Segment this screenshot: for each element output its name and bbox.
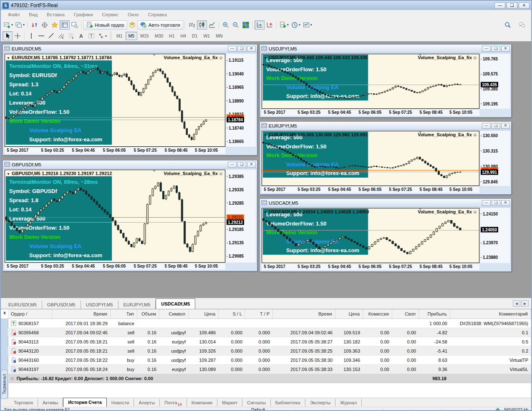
new-order-button[interactable]: Новый ордер bbox=[83, 20, 127, 30]
terminal-tab-4[interactable]: Алерты bbox=[134, 399, 160, 406]
vertical-line-button[interactable] bbox=[26, 31, 36, 40]
timeframe-h1-button[interactable]: H1 bbox=[166, 32, 177, 40]
chart-plot-usdjpy[interactable]: Leverage: 500VolumeOrderFlow: 1.50Work D… bbox=[262, 54, 479, 109]
chart-plot-usdcad[interactable]: Leverage: 500VolumeOrderFlow: 1.50Work D… bbox=[262, 208, 479, 263]
data-window-button[interactable] bbox=[40, 20, 50, 30]
window-restore-button[interactable]: ❏ bbox=[507, 3, 517, 9]
dropdown-arrow-icon[interactable]: ▾ bbox=[287, 23, 289, 27]
chart-minimize-button[interactable]: — bbox=[228, 162, 237, 168]
column-header-10[interactable]: Комиссия bbox=[363, 309, 392, 318]
table-row[interactable]: 904431602017.09.05 05:18:22buy0.16usdjpy… bbox=[8, 356, 531, 365]
terminal-tab-6[interactable]: Компания bbox=[187, 399, 217, 406]
periods-button[interactable]: ▾ bbox=[290, 20, 302, 30]
zoom-out-button[interactable] bbox=[231, 20, 241, 30]
chart-close-button[interactable]: ✕ bbox=[501, 46, 510, 52]
terminal-tab-2[interactable]: История Счета bbox=[63, 398, 107, 407]
terminal-tab-0[interactable]: Торговля bbox=[9, 399, 38, 406]
chart-tab-usdcadf[interactable]: USDCADf,M5 bbox=[156, 298, 195, 309]
indicators-button[interactable]: ▾ bbox=[278, 20, 290, 30]
window-titlebar[interactable]: 5 479102: FortFS-Real — ❏ ✕ bbox=[1, 1, 531, 10]
terminal-tab-8[interactable]: Сигналы bbox=[242, 399, 271, 406]
terminal-panel-button[interactable] bbox=[60, 20, 70, 30]
text-label-button[interactable]: T bbox=[86, 31, 96, 40]
dropdown-triangle-icon[interactable]: ▼ bbox=[7, 56, 10, 60]
dropdown-triangle-icon[interactable]: ▼ bbox=[7, 172, 10, 176]
timeframe-m30-button[interactable]: M30 bbox=[152, 32, 166, 40]
window-close-button[interactable]: ✕ bbox=[519, 3, 529, 9]
column-header-6[interactable]: S / L bbox=[219, 309, 245, 318]
timeframe-h4-button[interactable]: H4 bbox=[178, 32, 189, 40]
chart-tab-eurjpyf[interactable]: EURJPYf,M5 bbox=[119, 301, 156, 309]
metaeditor-button[interactable] bbox=[127, 20, 137, 30]
chart-minimize-button[interactable]: — bbox=[482, 46, 491, 52]
column-header-1[interactable]: Время bbox=[52, 309, 111, 318]
menu-item-4[interactable]: Сервис bbox=[98, 11, 123, 18]
table-row[interactable]: 904431972017.09.05 05:18:24buy0.16eurjpy… bbox=[8, 365, 531, 374]
chart-minimize-button[interactable]: — bbox=[482, 200, 491, 206]
menu-item-0[interactable]: Файл bbox=[3, 11, 24, 18]
menu-item-6[interactable]: Справка bbox=[144, 11, 171, 18]
fibonacci-button[interactable]: F bbox=[66, 31, 76, 40]
column-header-12[interactable]: Прибыль bbox=[419, 309, 450, 318]
chart-tab-gbpusdf[interactable]: GBPUSDf,M5 bbox=[42, 301, 81, 309]
terminal-tab-3[interactable]: Новости bbox=[107, 399, 134, 406]
chart-titlebar-eurjpy[interactable]: EURJPYf,M5—❏✕ bbox=[260, 122, 511, 130]
menu-item-2[interactable]: Вставка bbox=[42, 11, 69, 18]
chart-close-button[interactable]: ✕ bbox=[501, 123, 510, 129]
column-header-4[interactable]: Символ bbox=[159, 309, 189, 318]
dropdown-arrow-icon[interactable]: ▾ bbox=[310, 23, 312, 27]
chart-candles-button[interactable] bbox=[197, 20, 207, 30]
chart-restore-button[interactable]: ❏ bbox=[237, 162, 246, 168]
chart-tab-usdjpyf[interactable]: USDJPYf,M5 bbox=[81, 301, 119, 309]
timeframe-m5-button[interactable]: M5 bbox=[126, 32, 138, 40]
dropdown-arrow-icon[interactable]: ▾ bbox=[23, 23, 25, 27]
chart-bars-button[interactable] bbox=[187, 20, 197, 30]
new-chart-button[interactable]: ▾ bbox=[3, 20, 14, 30]
column-header-7[interactable]: T / P bbox=[245, 309, 273, 318]
terminal-tab-1[interactable]: Активы bbox=[38, 399, 63, 406]
chart-titlebar-gbpusd[interactable]: GBPUSDf,M5—❏✕ bbox=[3, 160, 257, 169]
text-button[interactable]: A bbox=[76, 31, 86, 40]
chart-close-button[interactable]: ✕ bbox=[501, 200, 510, 206]
horizontal-line-button[interactable] bbox=[36, 31, 46, 40]
tab-scroll-right-button[interactable]: ▶ bbox=[521, 300, 529, 307]
chart-restore-button[interactable]: ❏ bbox=[492, 46, 500, 52]
timeframe-w1-button[interactable]: W1 bbox=[200, 32, 213, 40]
chart-tab-eurusdf[interactable]: EURUSDf,M5 bbox=[3, 301, 42, 309]
chart-titlebar-usdcad[interactable]: USDCADf,M5—❏✕ bbox=[260, 199, 511, 207]
zoom-in-button[interactable] bbox=[221, 20, 231, 30]
crosshair-button[interactable] bbox=[13, 31, 23, 40]
chart-restore-button[interactable]: ❏ bbox=[492, 200, 500, 206]
chart-restore-button[interactable]: ❏ bbox=[237, 46, 246, 52]
auto-scroll-button[interactable] bbox=[255, 20, 265, 30]
column-header-5[interactable]: Цена bbox=[189, 309, 219, 318]
templates-button[interactable]: ▾ bbox=[302, 20, 313, 30]
column-header-0[interactable]: Ордер / bbox=[8, 309, 52, 318]
column-header-8[interactable]: Время bbox=[273, 309, 335, 318]
table-row[interactable]: 904431132017.09.05 05:18:21sell0.16eurjp… bbox=[8, 337, 531, 346]
table-row[interactable]: 903681572017.09.01 18:36:29balance1 000.… bbox=[8, 319, 531, 328]
chart-plot-eurjpy[interactable]: Leverage: 500VolumeOrderFlow: 1.50Work D… bbox=[262, 131, 479, 186]
table-row[interactable]: 903954582017.09.04 09:02:45sell0.16usdjp… bbox=[8, 328, 531, 337]
dropdown-arrow-icon[interactable]: ▾ bbox=[299, 23, 300, 27]
menu-item-1[interactable]: Вид bbox=[24, 11, 42, 18]
terminal-side-tab[interactable]: Терминал bbox=[1, 370, 8, 399]
timeframe-mn-button[interactable]: MN bbox=[213, 32, 225, 40]
menu-item-5[interactable]: Окно bbox=[123, 11, 144, 18]
dropdown-triangle-icon[interactable]: ▼ bbox=[264, 133, 267, 137]
column-header-2[interactable]: Тип bbox=[111, 309, 137, 318]
chart-plot-gbpusd[interactable]: TerminalMonitor ON, 69ms, ~28msSymbol: G… bbox=[5, 170, 225, 263]
chart-titlebar-eurusd[interactable]: EURUSDf,M5—❏✕ bbox=[3, 45, 257, 53]
chart-restore-button[interactable]: ❏ bbox=[492, 123, 500, 129]
terminal-tab-5[interactable]: Почта14 bbox=[160, 399, 187, 406]
chart-line-button[interactable] bbox=[207, 20, 217, 30]
menu-item-3[interactable]: Графики bbox=[69, 11, 98, 18]
chart-titlebar-usdjpy[interactable]: USDJPYf,M5—❏✕ bbox=[260, 45, 511, 53]
chart-close-button[interactable]: ✕ bbox=[247, 46, 256, 52]
tile-windows-button[interactable] bbox=[241, 20, 251, 30]
dropdown-arrow-icon[interactable]: ▾ bbox=[11, 23, 13, 27]
search-button[interactable] bbox=[503, 20, 513, 30]
navigator-button[interactable] bbox=[50, 20, 60, 30]
profiles-button[interactable]: ▾ bbox=[14, 20, 26, 30]
dropdown-arrow-icon[interactable]: ▾ bbox=[105, 34, 107, 38]
